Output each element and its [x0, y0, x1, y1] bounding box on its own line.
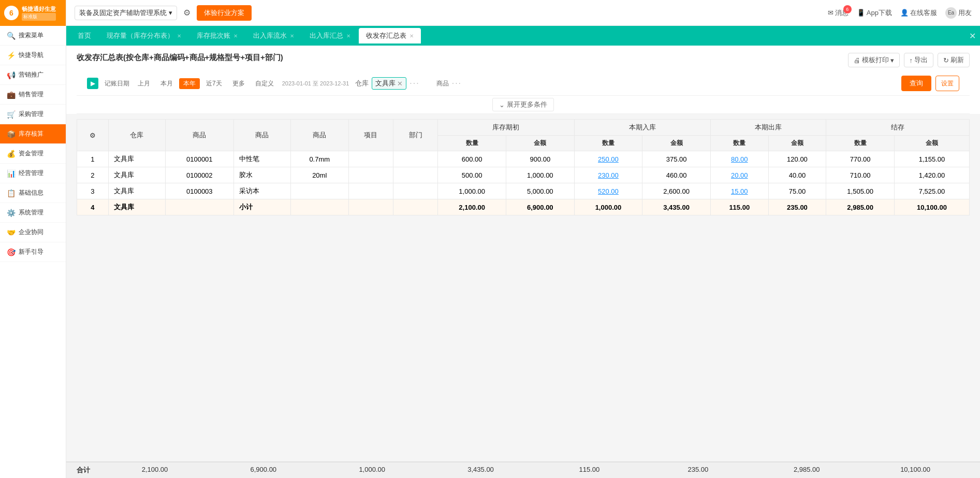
inventory-icon: 📦 [6, 130, 16, 138]
row-out-amt: 75.00 [768, 183, 826, 199]
warehouse-tag[interactable]: 文具库 ✕ [372, 77, 406, 90]
expand-btn-label: 展开更多条件 [507, 100, 547, 109]
row-open-qty: 600.00 [438, 151, 506, 167]
date-opt-本年[interactable]: 本年 [179, 78, 200, 89]
print-button[interactable]: 🖨 模板打印 ▾ [848, 53, 900, 67]
table-cell[interactable]: 230.00 [574, 167, 642, 183]
online-service-label: 在线客服 [910, 8, 937, 18]
table-cell: 115.00 [710, 199, 768, 215]
system-select[interactable]: 装备及固定资产辅助管理系统 ▾ [75, 6, 177, 20]
project-col-header: 项目 [348, 120, 393, 151]
footer-bal-amt: 10,100.00 [861, 466, 970, 475]
date-opt-本月[interactable]: 本月 [156, 78, 177, 89]
refresh-button[interactable]: ↻ 刷新 [938, 53, 970, 67]
table-row: 3 文具库 0100003 采访本 1,000.00 5,000.00 520.… [77, 183, 970, 199]
table-cell[interactable]: 15.00 [710, 183, 768, 199]
logo-text: 畅捷通好生意 标准版 [22, 5, 56, 21]
row-name: 胶水 [233, 167, 290, 183]
export-icon: ↑ [910, 56, 913, 64]
tab-3[interactable]: 出入库流水✕ [246, 28, 301, 44]
tab-close-3[interactable]: ✕ [290, 33, 294, 39]
app-download-button[interactable]: 📱 App下载 [857, 8, 892, 18]
footer-in-qty: 1,000.00 [318, 466, 427, 475]
message-button[interactable]: ✉ 消息 6 [828, 8, 849, 18]
sidebar-item-enterprise[interactable]: 🤝企业协同 [0, 223, 66, 242]
tab-close-4[interactable]: ✕ [346, 33, 350, 39]
product-filter: 商品 ··· [426, 79, 462, 88]
open-amt-header: 金额 [506, 136, 574, 151]
sidebar-item-system[interactable]: ⚙️系统管理 [0, 203, 66, 223]
export-button[interactable]: ↑ 导出 [904, 53, 934, 67]
row-project [348, 183, 393, 199]
tab-5[interactable]: 收发存汇总表✕ [359, 28, 421, 44]
sidebar-item-search[interactable]: 🔍搜索菜单 [0, 26, 66, 46]
row-dept [393, 199, 437, 215]
sidebar-item-inventory[interactable]: 📦库存核算 [0, 124, 66, 144]
expand-icon: ⌄ [499, 101, 505, 109]
tab-4[interactable]: 出入库汇总✕ [302, 28, 358, 44]
warehouse-col-header: 仓库 [108, 120, 165, 151]
sidebar-item-marketing[interactable]: 📢营销推广 [0, 65, 66, 85]
settings-col-header[interactable]: ⚙ [77, 120, 109, 151]
in-amt-header: 金额 [642, 136, 711, 151]
row-bal-qty: 2,985.00 [826, 199, 895, 215]
filter-bar: ▶ 记账日期 上月本月本年近7天更多自定义 2023-01-01 至 2023-… [77, 71, 970, 96]
row-num: 4 [77, 199, 109, 215]
sidebar-item-newbie[interactable]: 🎯新手引导 [0, 242, 66, 262]
online-service-button[interactable]: 👤 在线客服 [900, 8, 937, 18]
table-cell[interactable]: 80.00 [710, 151, 768, 167]
tab-0[interactable]: 首页 [70, 28, 98, 44]
date-opt-更多[interactable]: 更多 [228, 78, 249, 89]
warehouse-filter: 仓库 文具库 ✕ ··· [355, 77, 419, 90]
bal-qty-header: 数量 [826, 136, 895, 151]
row-warehouse: 文具库 [108, 183, 165, 199]
sidebar-label-search: 搜索菜单 [19, 31, 43, 40]
table-cell[interactable]: 520.00 [574, 183, 642, 199]
out-period-col-header: 本期出库 [710, 120, 826, 136]
table-cell[interactable]: 250.00 [574, 151, 642, 167]
sidebar-item-finance[interactable]: 💰资金管理 [0, 144, 66, 164]
sidebar-item-operations[interactable]: 📊经营管理 [0, 164, 66, 183]
date-opt-上月[interactable]: 上月 [134, 78, 154, 89]
set-button[interactable]: 设置 [935, 76, 959, 91]
sidebar-item-basic[interactable]: 📋基础信息 [0, 183, 66, 203]
date-opt-近7天[interactable]: 近7天 [202, 78, 226, 89]
table-row: 1 文具库 0100001 中性笔 0.7mm 600.00 900.00 25… [77, 151, 970, 167]
experience-button[interactable]: 体验行业方案 [197, 5, 252, 21]
footer-out-amt: 235.00 [643, 466, 752, 475]
sidebar-item-quick-nav[interactable]: ⚡快捷导航 [0, 46, 66, 65]
sidebar-item-purchase[interactable]: 🛒采购管理 [0, 105, 66, 124]
table-row: 2 文具库 0100002 胶水 20ml 500.00 1,000.00 23… [77, 167, 970, 183]
tab-2[interactable]: 库存批次账✕ [189, 28, 245, 44]
finance-icon: 💰 [6, 150, 16, 158]
row-code: 0100002 [165, 167, 233, 183]
table-row: 4 文具库 小计 2,100.00 6,900.00 1,000.00 3,43… [77, 199, 970, 215]
close-all-tabs-button[interactable]: ✕ [969, 31, 976, 41]
row-project [348, 151, 393, 167]
settings-icon[interactable]: ⚙ [183, 8, 191, 18]
warehouse-more-icon[interactable]: ··· [409, 79, 419, 88]
tab-close-5[interactable]: ✕ [409, 33, 414, 39]
row-out-amt: 40.00 [768, 167, 826, 183]
user-label: 用友 [958, 8, 972, 18]
date-range-display: 2023-01-01 至 2023-12-31 [282, 80, 349, 88]
row-out-amt: 235.00 [768, 199, 826, 215]
warehouse-tag-close-icon[interactable]: ✕ [397, 80, 403, 88]
page-title: 收发存汇总表(按仓库+商品编码+商品+规格型号+项目+部门) [77, 53, 283, 63]
tab-close-2[interactable]: ✕ [233, 33, 238, 39]
tab-close-1[interactable]: ✕ [177, 33, 181, 39]
tab-1[interactable]: 现存量（库存分布表）✕ [99, 28, 188, 44]
sidebar-label-newbie: 新手引导 [19, 248, 43, 256]
date-opt-自定义[interactable]: 自定义 [251, 78, 278, 89]
product-more-icon[interactable]: ··· [452, 79, 462, 88]
expand-conditions-button[interactable]: ⌄ 展开更多条件 [492, 98, 554, 111]
row-open-amt: 6,900.00 [506, 199, 574, 215]
filter-collapse-button[interactable]: ▶ [87, 78, 98, 89]
row-project [348, 199, 393, 215]
query-button[interactable]: 查询 [901, 76, 931, 91]
newbie-icon: 🎯 [6, 248, 16, 256]
table-cell[interactable]: 20.00 [710, 167, 768, 183]
user-menu[interactable]: Ea 用友 [945, 7, 972, 19]
print-icon: 🖨 [854, 56, 860, 64]
sidebar-item-sales[interactable]: 💼销售管理 [0, 85, 66, 105]
